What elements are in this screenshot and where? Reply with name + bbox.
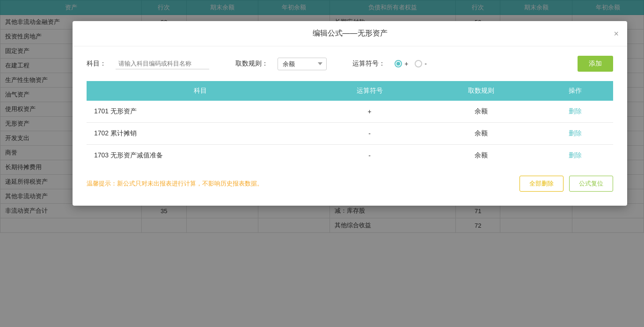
footer-buttons: 全部删除 公式复位 [520,176,613,192]
minus-label: - [424,60,427,67]
cell-rule-0: 余额 [425,101,537,123]
radio-minus-circle [415,60,422,67]
add-button[interactable]: 添加 [578,56,613,72]
subject-input[interactable] [116,58,209,69]
separator2 [336,60,344,67]
th-operator: 运算符号 [314,81,425,101]
delete-all-button[interactable]: 全部删除 [520,176,564,192]
rule-select-group: 余额 借方发生额 贷方发生额 [278,58,327,70]
table-row: 1703 无形资产减值准备 - 余额 删除 [87,145,613,167]
th-action: 操作 [537,81,613,101]
cell-operator-1: - [314,123,425,145]
modal-title: 编辑公式——无形资产 [313,29,388,38]
formula-table-wrapper: 科目 运算符号 取数规则 操作 1701 无形资产 + 余额 删除 1702 累… [87,81,613,166]
close-icon[interactable]: × [614,30,619,38]
rule-select[interactable]: 余额 借方发生额 贷方发生额 [278,58,327,70]
cell-action-0: 删除 [537,101,613,123]
separator1 [219,60,226,67]
operator-radio-group: + - [395,60,427,67]
modal-footer: 温馨提示：新公式只对未出报表进行计算，不影响历史报表数据。 全部删除 公式复位 [73,166,627,192]
plus-label: + [404,60,408,67]
operator-label: 运算符号： [352,59,385,68]
cell-rule-2: 余额 [425,145,537,167]
rule-label: 取数规则： [235,59,268,68]
cell-subject-0: 1701 无形资产 [87,101,314,123]
table-row: 1702 累计摊销 - 余额 删除 [87,123,613,145]
cell-subject-1: 1702 累计摊销 [87,123,314,145]
cell-subject-2: 1703 无形资产减值准备 [87,145,314,167]
reset-formula-button[interactable]: 公式复位 [569,176,613,192]
cell-action-2: 删除 [537,145,613,167]
th-subject: 科目 [87,81,314,101]
th-rule: 取数规则 [425,81,537,101]
cell-operator-2: - [314,145,425,167]
delete-button-0[interactable]: 删除 [569,107,582,115]
delete-button-1[interactable]: 删除 [569,129,582,137]
radio-plus[interactable]: + [395,60,408,67]
radio-minus[interactable]: - [415,60,427,67]
modal-header: 编辑公式——无形资产 × [73,21,627,46]
cell-action-1: 删除 [537,123,613,145]
delete-button-2[interactable]: 删除 [569,151,582,159]
cell-rule-1: 余额 [425,123,537,145]
formula-table: 科目 运算符号 取数规则 操作 1701 无形资产 + 余额 删除 1702 累… [87,81,613,166]
form-row: 科目： 取数规则： 余额 借方发生额 贷方发生额 运算符号： + - [73,46,627,81]
table-row: 1701 无形资产 + 余额 删除 [87,101,613,123]
subject-label: 科目： [87,59,106,68]
edit-formula-modal: 编辑公式——无形资产 × 科目： 取数规则： 余额 借方发生额 贷方发生额 运算… [73,21,627,206]
radio-plus-circle [395,60,402,67]
table-header-row: 科目 运算符号 取数规则 操作 [87,81,613,101]
cell-operator-0: + [314,101,425,123]
hint-text: 温馨提示：新公式只对未出报表进行计算，不影响历史报表数据。 [87,179,263,188]
